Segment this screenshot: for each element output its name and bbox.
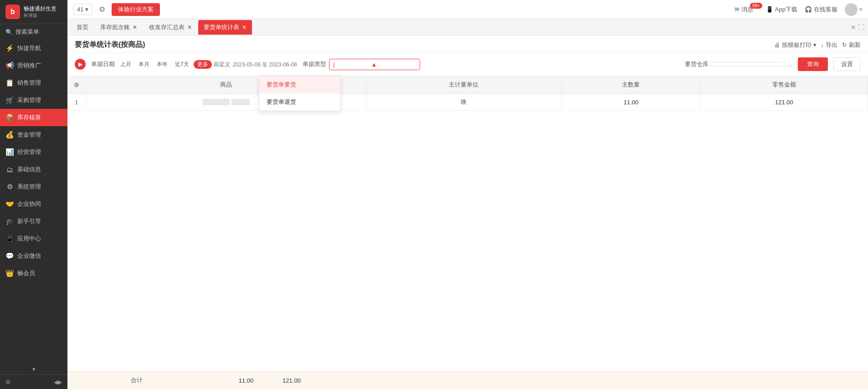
marketing-icon: 📢 — [5, 61, 14, 70]
tab-expand-button[interactable]: ✕ ⛶ — [851, 24, 864, 31]
footer-amount: 121.00 — [273, 377, 310, 384]
page-content: 要货单统计表(按商品) 🖨 按模板打印 ▾ ↓ 导出 ↻ 刷新 ▶ — [67, 36, 868, 389]
filter-bar: ▶ 单据日期 上月 本月 本年 近7天 更多 自定义 2023-05-06 至 … — [67, 53, 868, 76]
sidebar-item-应用中心[interactable]: 📱 应用中心 — [0, 230, 67, 247]
sidebar-nav: ⚡ 快捷导航 📢 营销推广 📋 销售管理 🛒 采购管理 📦 库存核算 💰 资金管… — [0, 40, 67, 364]
last-month-btn[interactable]: 上月 — [118, 60, 134, 69]
page-header: 要货单统计表(按商品) 🖨 按模板打印 ▾ ↓ 导出 ↻ 刷新 — [67, 36, 868, 53]
sidebar-item-企业微信[interactable]: 💬 企业微信 — [0, 247, 67, 265]
expand-filter-button[interactable]: ▶ — [75, 59, 86, 70]
tab-order-stats[interactable]: 要货单统计表 ✕ — [198, 20, 252, 35]
filter-more-button[interactable]: … — [785, 60, 792, 68]
custom-date-btn[interactable]: 自定义 — [214, 61, 230, 68]
type-dropdown-menu: 要货单要货 要货单退货 — [259, 76, 341, 111]
tab-collect-summary[interactable]: 收发存汇总表 ✕ — [144, 20, 197, 35]
online-service-button[interactable]: 🎧 在线客服 — [805, 5, 837, 14]
last-7days-btn[interactable]: 近7天 — [172, 60, 192, 69]
management-icon: 📊 — [5, 148, 14, 156]
app-download-button[interactable]: 📱 App下载 — [766, 5, 797, 14]
sidebar-item-企业协同[interactable]: 🤝 企业协同 — [0, 195, 67, 213]
table-footer: 合计 11.00 121.00 — [67, 371, 868, 389]
trial-button[interactable]: 体验行业方案 — [112, 3, 160, 16]
collab-icon: 🤝 — [5, 200, 14, 208]
footer-quantity: 11.00 — [228, 377, 264, 384]
date-filter-group: 单据日期 上月 本月 本年 近7天 更多 自定义 2023-05-06 至 20… — [91, 60, 297, 69]
collapse-icon[interactable]: ◀▶ — [54, 379, 62, 385]
more-date-btn[interactable]: 更多 — [194, 60, 212, 69]
data-table: ⚙ 商品 主计量单位 主数量 零售金额 1 — [67, 76, 868, 111]
row-amount: 121.00 — [700, 94, 868, 111]
print-dropdown-icon: ▾ — [813, 41, 817, 48]
sidebar-item-畅会员[interactable]: 👑 畅会员 — [0, 265, 67, 282]
sidebar-item-新手引导[interactable]: 🎓 新手引导 — [0, 213, 67, 230]
this-year-btn[interactable]: 本年 — [154, 60, 170, 69]
table-container: ⚙ 商品 主计量单位 主数量 零售金额 1 — [67, 76, 868, 371]
message-icon: ✉ — [734, 6, 740, 13]
dropdown-item-要货单退货[interactable]: 要货单退货 — [259, 93, 340, 111]
sidebar-item-系统管理[interactable]: ⚙ 系统管理 — [0, 178, 67, 195]
sidebar-item-库存核算[interactable]: 📦 库存核算 — [0, 109, 67, 126]
user-avatar[interactable]: ▾ — [845, 3, 863, 16]
date-range-display: 2023-05-06 至 2023-06-06 — [233, 61, 297, 69]
store-selector[interactable]: 41 ▾ — [73, 4, 92, 15]
query-button[interactable]: 查询 — [798, 57, 828, 71]
sidebar-item-采购管理[interactable]: 🛒 采购管理 — [0, 92, 67, 109]
export-button[interactable]: ↓ 导出 — [821, 41, 838, 49]
refresh-button[interactable]: ↻ 刷新 — [842, 41, 861, 49]
sidebar-item-资金管理[interactable]: 💰 资金管理 — [0, 126, 67, 143]
messages-button[interactable]: ✉ 消息 99+ — [734, 5, 759, 14]
type-select-dropdown[interactable]: | ▲ — [329, 59, 420, 70]
sidebar-item-经营管理[interactable]: 📊 经营管理 — [0, 143, 67, 161]
type-select-arrow: ▲ — [371, 61, 377, 68]
footer-label: 合计 — [91, 376, 182, 384]
expand-icon: ✕ — [851, 24, 856, 31]
phone-icon: 📱 — [766, 6, 773, 13]
row-quantity: 11.00 — [561, 94, 700, 111]
sidebar: b 畅捷通好生意 标准版 🔍 搜索菜单 ⚡ 快捷导航 📢 营销推广 📋 销售管理… — [0, 0, 67, 389]
sidebar-scroll-down[interactable]: ▾ — [0, 364, 67, 374]
this-month-btn[interactable]: 本月 — [136, 60, 152, 69]
print-button[interactable]: 🖨 按模板打印 ▾ — [774, 41, 817, 49]
search-icon: 🔍 — [5, 29, 13, 36]
tab-home[interactable]: 首页 — [71, 20, 94, 35]
settings-icon[interactable]: ⚙ — [5, 379, 11, 385]
purchase-icon: 🛒 — [5, 96, 14, 104]
close-tab-icon[interactable]: ✕ — [187, 24, 192, 31]
topbar: 41 ▾ ⚙ 体验行业方案 ✉ 消息 99+ 📱 App下载 🎧 在线客服 ▾ — [67, 0, 868, 19]
topbar-left: 41 ▾ ⚙ 体验行业方案 — [73, 3, 730, 16]
dropdown-item-要货单要货[interactable]: 要货单要货 — [259, 76, 340, 93]
wechat-icon: 💬 — [5, 252, 14, 260]
row-number: 1 — [67, 94, 86, 111]
sidebar-item-营销推广[interactable]: 📢 营销推广 — [0, 57, 67, 74]
headset-icon: 🎧 — [805, 6, 812, 13]
table-header-settings[interactable]: ⚙ — [67, 76, 86, 94]
sidebar-item-销售管理[interactable]: 📋 销售管理 — [0, 74, 67, 92]
date-shortcuts: 上月 本月 本年 近7天 更多 自定义 — [118, 60, 230, 69]
gear-icon: ⚙ — [74, 82, 79, 88]
topbar-gear-button[interactable]: ⚙ — [96, 4, 108, 15]
close-tab-icon[interactable]: ✕ — [242, 24, 247, 31]
sidebar-item-快捷导航[interactable]: ⚡ 快捷导航 — [0, 40, 67, 57]
sales-icon: 📋 — [5, 79, 14, 87]
guide-icon: 🎓 — [5, 217, 14, 225]
settings-button[interactable]: 设置 — [833, 57, 861, 71]
sidebar-footer: ⚙ ◀▶ — [0, 374, 67, 389]
app-title: 畅捷通好生意 标准版 — [24, 5, 56, 19]
member-icon: 👑 — [5, 269, 14, 277]
sidebar-search[interactable]: 🔍 搜索菜单 — [0, 24, 67, 40]
inventory-icon: 📦 — [5, 113, 14, 122]
row-unit: 块 — [366, 94, 561, 111]
print-icon: 🖨 — [774, 41, 780, 48]
warehouse-input[interactable] — [710, 62, 783, 67]
sidebar-item-基础信息[interactable]: 🗂 基础信息 — [0, 161, 67, 178]
topbar-right: ✉ 消息 99+ 📱 App下载 🎧 在线客服 ▾ — [734, 3, 863, 16]
page-title: 要货单统计表(按商品) — [75, 40, 145, 50]
page-actions: 🖨 按模板打印 ▾ ↓ 导出 ↻ 刷新 — [774, 41, 861, 49]
table-header-amount: 零售金额 — [700, 76, 868, 94]
flash-icon: ⚡ — [5, 44, 14, 52]
close-tab-icon[interactable]: ✕ — [133, 24, 137, 31]
warehouse-filter: 要货仓库 … — [685, 60, 792, 68]
tab-inventory-batch[interactable]: 库存批次账 ✕ — [95, 20, 143, 35]
basic-info-icon: 🗂 — [5, 166, 14, 174]
tabs-bar: 首页 库存批次账 ✕ 收发存汇总表 ✕ 要货单统计表 ✕ ✕ ⛶ — [67, 19, 868, 36]
